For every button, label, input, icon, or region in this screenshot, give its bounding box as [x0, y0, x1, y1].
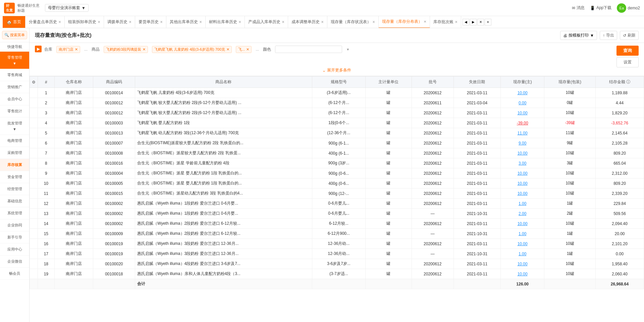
td-warehouse: 南岸门店	[54, 88, 93, 98]
tab-stock-dist[interactable]: 现存量（库存分布表） ✕	[379, 16, 430, 28]
export-btn[interactable]: ↑ 导出	[600, 31, 617, 40]
td-settings	[30, 118, 38, 128]
tab-diao-bo[interactable]: 调拨单历史 ✕	[104, 16, 135, 28]
td-qty-main[interactable]: -39.00	[501, 118, 544, 128]
sidebar-item-inventory[interactable]: 库存核算	[0, 159, 29, 171]
td-no: 13	[38, 209, 55, 219]
tab-label: 调拨单历史	[107, 19, 127, 25]
td-qty-main[interactable]: 3.00	[501, 158, 544, 168]
tab-next-btn[interactable]: ▶	[470, 19, 477, 25]
td-qty-main[interactable]: 10.00	[501, 178, 544, 189]
sidebar-quick-nav[interactable]: 快捷导航	[0, 42, 29, 52]
sidebar-item-app-center[interactable]: 应用中心	[0, 244, 29, 256]
close-icon[interactable]: ✕	[160, 20, 163, 24]
td-settings	[30, 199, 38, 209]
td-qty-main[interactable]: 10.00	[501, 259, 544, 269]
td-qty-main[interactable]: 9.00	[501, 138, 544, 148]
sidebar-item-finance[interactable]: 资金管理	[0, 171, 29, 183]
close-icon[interactable]: ✕	[199, 20, 202, 24]
more-products-btn[interactable]: ...	[256, 47, 259, 52]
td-amount: 1,829.20	[595, 108, 644, 118]
tab-batch[interactable]: 库存批次账 ✕	[430, 16, 461, 28]
td-qty-main[interactable]: 10.00	[501, 88, 544, 98]
sidebar-item-operations[interactable]: 经营管理	[0, 183, 29, 195]
close-icon[interactable]: ✕	[455, 20, 458, 24]
sidebar-item-enterprise[interactable]: 企业协同	[0, 219, 29, 231]
refresh-btn[interactable]: ↺ 刷新	[620, 31, 639, 40]
remove-warehouse-icon[interactable]: ✕	[75, 47, 78, 52]
remove-product-icon[interactable]: ✕	[226, 47, 229, 52]
tab-product-in[interactable]: 产成品入库单历史 ✕	[245, 16, 288, 28]
tab-stock-status[interactable]: 现存量（库存状况表） ✕	[327, 16, 379, 28]
td-name: 惠氏启腻（Wyeth illuma）1段奶粉 爱尔兰进口 0-6月婴...	[135, 209, 312, 219]
sidebar-item-enterprise-wechat[interactable]: 企业微信	[0, 256, 29, 268]
td-qty-main[interactable]: 10.00	[501, 108, 544, 118]
sidebar-item-purchase[interactable]: 采购管理	[0, 147, 29, 159]
td-qty-main[interactable]: 1.00	[501, 199, 544, 209]
message-icon: ✉	[572, 6, 575, 10]
product-tag-3[interactable]: 飞... ✕	[236, 46, 252, 53]
product-tag-1[interactable]: 飞鹤奶粉3段丙璃提装 ✕	[104, 46, 148, 53]
sidebar-item-guide[interactable]: 新手引导	[0, 231, 29, 244]
account-dropdown[interactable]: 母婴行业演示账套 ▼	[45, 4, 89, 12]
td-qty-main[interactable]: 10.00	[501, 189, 544, 199]
sidebar-item-retail-mall[interactable]: 零售商城	[0, 69, 29, 81]
sidebar-search-btn[interactable]: 🔍 搜索英单	[2, 31, 27, 39]
template-print-btn[interactable]: 🖨 按模板打印 ▼	[560, 31, 597, 40]
td-qty-main[interactable]: 11.00	[501, 128, 544, 138]
more-warehouses-btn[interactable]: ...	[84, 47, 88, 52]
close-icon[interactable]: ✕	[238, 20, 241, 24]
app-download-btn[interactable]: 📱 App下载	[590, 5, 611, 11]
tab-other-out[interactable]: 其他出库单历史 ✕	[166, 16, 206, 28]
message-btn[interactable]: ✉ 消息	[572, 5, 585, 11]
td-qty-main[interactable]: 10.00	[501, 168, 544, 178]
tab-home[interactable]: 🏠 首页	[3, 16, 25, 28]
td-qty-main[interactable]: 0.00	[501, 98, 544, 108]
expand-more-btn[interactable]: ⌄ 展开更多条件	[322, 67, 351, 73]
color-input[interactable]	[275, 46, 342, 53]
tab-menu-btn[interactable]: ≡	[485, 19, 491, 25]
setting-btn[interactable]: 设置	[616, 57, 639, 67]
close-icon[interactable]: ✕	[372, 20, 375, 24]
close-icon[interactable]: ✕	[58, 20, 61, 24]
tab-prev-btn[interactable]: ◀	[463, 19, 469, 25]
td-qty-main[interactable]: 10.00	[501, 148, 544, 158]
close-icon[interactable]: ✕	[129, 20, 131, 24]
warehouse-tag[interactable]: 南岸门店 ✕	[56, 46, 80, 53]
tab-close-all-btn[interactable]: ✕	[477, 19, 484, 25]
sidebar-item-retail-mgmt[interactable]: 零售管理 ▼	[0, 52, 29, 69]
td-qty-main[interactable]: 2.00	[501, 209, 544, 219]
sidebar-item-ecommerce[interactable]: 电商管理	[0, 135, 29, 147]
tab-zu-chai[interactable]: 组装拆卸单历史 ✕	[65, 16, 104, 28]
sidebar-item-system[interactable]: 系统管理	[0, 207, 29, 219]
sidebar-label: 基础信息	[7, 199, 22, 204]
close-icon[interactable]: ✕	[98, 20, 100, 24]
query-btn[interactable]: 查询	[616, 46, 639, 56]
sidebar-item-basics[interactable]: 基础信息	[0, 195, 29, 207]
tab-cost[interactable]: 成本调整单历史 ✕	[288, 16, 327, 28]
td-total-amount: 26,968.64	[595, 279, 644, 289]
td-warehouse: 南岸门店	[54, 239, 93, 249]
product-tag-2[interactable]: 飞鹤星飞帆 儿童奶粉 4段(3-6岁适用) 700克 ✕	[152, 46, 232, 53]
td-qty-main[interactable]: 10.00	[501, 219, 544, 229]
user-profile[interactable]: Ea demo2	[617, 3, 640, 13]
tab-material[interactable]: 材料出库单历史 ✕	[206, 16, 245, 28]
close-icon[interactable]: ✕	[424, 20, 426, 23]
td-qty-main[interactable]: 10.00	[501, 269, 544, 279]
td-qty-main[interactable]: 1.00	[501, 229, 544, 239]
sidebar-item-member-card[interactable]: 畅会员	[0, 268, 29, 280]
close-icon[interactable]: ✕	[321, 20, 324, 24]
tab-yao-huo[interactable]: 要货单历史 ✕	[135, 16, 166, 28]
expand-arrow-btn[interactable]: ▶	[35, 46, 42, 52]
remove-product-icon[interactable]: ✕	[246, 47, 249, 52]
close-icon[interactable]: ✕	[282, 20, 284, 24]
sidebar-item-wholesale[interactable]: 批发管理 ▼	[0, 117, 29, 135]
sidebar-item-member[interactable]: 会员中心	[0, 93, 29, 105]
sidebar-item-marketing[interactable]: 营销推广	[0, 81, 29, 93]
td-qty-main[interactable]: 10.00	[501, 239, 544, 249]
tab-fen-pan[interactable]: 分量盘点单历史 ✕	[25, 16, 65, 28]
remove-product-icon[interactable]: ✕	[143, 47, 146, 52]
sidebar-item-retail-stats[interactable]: 零售统计	[0, 105, 29, 117]
td-qty-main[interactable]: 1.00	[501, 249, 544, 259]
color-dropdown-icon[interactable]: ▼	[346, 48, 350, 51]
